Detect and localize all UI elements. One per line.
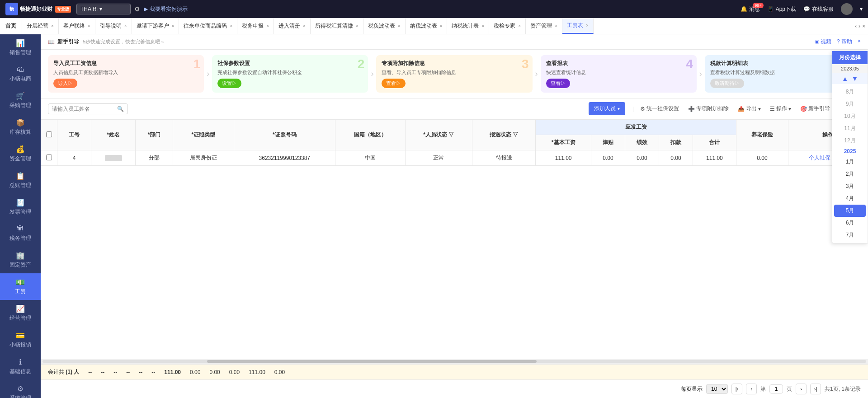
- close-icon[interactable]: ×: [356, 23, 359, 28]
- filter-icon[interactable]: ▽: [448, 131, 454, 138]
- step-btn-1[interactable]: 导入▷: [53, 79, 77, 88]
- close-icon[interactable]: ×: [230, 23, 232, 28]
- th-select-all[interactable]: [41, 120, 57, 150]
- month-item-6[interactable]: 6月: [832, 217, 868, 229]
- sidebar-item-inventory[interactable]: 📦 库存核算: [0, 114, 41, 140]
- sidebar-item-finance[interactable]: 💰 资金管理: [0, 140, 41, 167]
- month-nav-down[interactable]: ▼: [852, 75, 858, 82]
- newbie-guide-button[interactable]: 🎯 新手引导: [797, 103, 833, 114]
- month-item-9[interactable]: 9月: [832, 98, 868, 110]
- settings-icon[interactable]: ⚙: [134, 5, 140, 13]
- sidebar-item-system[interactable]: ⚙ 系统管理: [0, 380, 41, 398]
- close-icon[interactable]: ×: [51, 23, 54, 28]
- tab-income-tax[interactable]: 所得税汇算清缴 ×: [311, 18, 363, 34]
- sidebar-item-operations[interactable]: 📈 经营管理: [0, 300, 41, 327]
- operation-button[interactable]: ☰ 操作 ▾: [767, 103, 794, 114]
- select-all-checkbox[interactable]: [46, 131, 52, 137]
- demo-link[interactable]: ▶ 我要看实例演示: [144, 5, 188, 13]
- month-item-3[interactable]: 3月: [832, 180, 868, 192]
- first-page-button[interactable]: |‹: [731, 384, 742, 394]
- step-btn-4[interactable]: 查看▷: [546, 79, 570, 88]
- tab-payroll[interactable]: 工资表 ×: [562, 18, 594, 34]
- sidebar-item-invoice[interactable]: 🧾 发票管理: [0, 194, 41, 220]
- sidebar-item-ledger[interactable]: 📋 总账管理: [0, 167, 41, 194]
- prev-page-button[interactable]: ‹: [746, 384, 757, 394]
- sidebar-item-payroll[interactable]: 💵 工资: [0, 273, 41, 300]
- step-btn-5[interactable]: 敬请期待▷: [710, 79, 744, 88]
- close-icon[interactable]: ×: [518, 23, 521, 28]
- tab-tax-expert[interactable]: 税检专家 ×: [489, 18, 526, 34]
- report-filter-icon[interactable]: ▽: [513, 131, 518, 138]
- tab-customer-contact[interactable]: 客户联络 ×: [59, 18, 95, 34]
- close-icon[interactable]: ×: [398, 23, 401, 28]
- tab-home[interactable]: 首页: [0, 18, 22, 34]
- sidebar-item-expense[interactable]: 💳 小畅报销: [0, 327, 41, 353]
- close-icon[interactable]: ×: [88, 23, 90, 28]
- td-checkbox[interactable]: [41, 150, 57, 166]
- video-link[interactable]: ◉ 视频: [815, 38, 831, 46]
- tab-tax-fluctuation[interactable]: 纳税波动表 ×: [406, 18, 448, 34]
- step-btn-2[interactable]: 设置▷: [217, 79, 241, 88]
- nav-close-all-icon[interactable]: ×: [862, 23, 865, 29]
- month-item-7[interactable]: 7月: [832, 229, 868, 241]
- close-icon[interactable]: ×: [303, 23, 306, 28]
- close-icon[interactable]: ×: [555, 23, 557, 28]
- per-page-select[interactable]: 10 20 50: [706, 384, 728, 394]
- special-deduction-button[interactable]: ➕ 专项附加扣除: [685, 103, 731, 114]
- month-item-1[interactable]: 1月: [832, 156, 868, 168]
- last-page-button[interactable]: ›|: [810, 384, 821, 394]
- month-item-10[interactable]: 10月: [832, 110, 868, 122]
- tab-guide[interactable]: 引导说明 ×: [95, 18, 132, 34]
- tab-invite-downstream[interactable]: 邀请下游客户 ×: [132, 18, 179, 34]
- search-input[interactable]: [52, 106, 115, 112]
- month-item-5[interactable]: 5月: [834, 205, 866, 217]
- special-deduction-icon: ➕: [688, 106, 695, 112]
- scrollbar-thumb[interactable]: [207, 360, 537, 363]
- app-download-button[interactable]: 📱 App下载: [767, 5, 796, 13]
- export-button[interactable]: 📤 导出 ▾: [735, 103, 764, 114]
- close-icon[interactable]: ×: [266, 23, 269, 28]
- add-person-button[interactable]: 添加人员 ▾: [589, 102, 625, 115]
- tab-tax-burden[interactable]: 税负波动表 ×: [363, 18, 406, 34]
- page-number-input[interactable]: [769, 384, 783, 393]
- month-item-4[interactable]: 4月: [832, 192, 868, 205]
- row-checkbox[interactable]: [46, 155, 52, 160]
- unified-social-security-button[interactable]: ⚙ 统一社保设置: [637, 103, 682, 114]
- close-guide-icon[interactable]: ×: [858, 38, 861, 46]
- step-btn-3[interactable]: 查看▷: [382, 79, 406, 88]
- month-item-8[interactable]: 8月: [832, 86, 868, 98]
- horizontal-scrollbar[interactable]: [41, 359, 868, 364]
- close-icon[interactable]: ×: [586, 23, 589, 28]
- user-menu-icon[interactable]: ▾: [860, 6, 863, 12]
- sidebar-item-tax[interactable]: 🏛 税务管理: [0, 220, 41, 247]
- message-button[interactable]: 🔔 消息 99+: [741, 5, 760, 13]
- next-page-button[interactable]: ›: [796, 384, 807, 394]
- nav-prev-icon[interactable]: ‹: [855, 23, 857, 29]
- month-nav-up[interactable]: ▲: [842, 75, 848, 82]
- sidebar-item-purchase[interactable]: 🛒 采购管理: [0, 87, 41, 114]
- sidebar-item-ecommerce[interactable]: 🛍 小畅电商: [0, 61, 41, 87]
- sidebar-item-sales[interactable]: 📊 销售管理: [0, 34, 41, 61]
- sidebar-item-fixed-assets[interactable]: 🏢 固定资产: [0, 247, 41, 273]
- nav-next-icon[interactable]: ›: [859, 23, 860, 29]
- sidebar-item-basic-info[interactable]: ℹ 基础信息: [0, 353, 41, 380]
- tab-clearance[interactable]: 进入清册 ×: [274, 18, 311, 34]
- month-item-11[interactable]: 11月: [832, 122, 868, 135]
- month-item-12[interactable]: 12月: [832, 135, 868, 147]
- online-service-button[interactable]: 💬 在线客服: [803, 5, 834, 13]
- user-avatar[interactable]: [841, 3, 853, 15]
- tab-unit-product-code[interactable]: 往来单位商品编码 ×: [179, 18, 237, 34]
- individual-social-security-link[interactable]: 个人社保: [809, 155, 830, 161]
- close-icon[interactable]: ×: [440, 23, 443, 28]
- help-link[interactable]: ? 帮助: [837, 38, 852, 46]
- search-icon[interactable]: 🔍: [117, 106, 124, 112]
- close-icon[interactable]: ×: [124, 23, 127, 28]
- tab-tax-stats[interactable]: 纳税统计表 ×: [447, 18, 489, 34]
- close-icon[interactable]: ×: [481, 23, 484, 28]
- tab-asset-mgmt[interactable]: 资产管理 ×: [526, 18, 562, 34]
- company-selector[interactable]: THA Ri ▾: [76, 4, 131, 14]
- month-item-2[interactable]: 2月: [832, 168, 868, 180]
- tab-tax-filing[interactable]: 税务申报 ×: [237, 18, 274, 34]
- tab-layered-mgmt[interactable]: 分层经营 ×: [22, 18, 59, 34]
- close-icon[interactable]: ×: [172, 23, 175, 28]
